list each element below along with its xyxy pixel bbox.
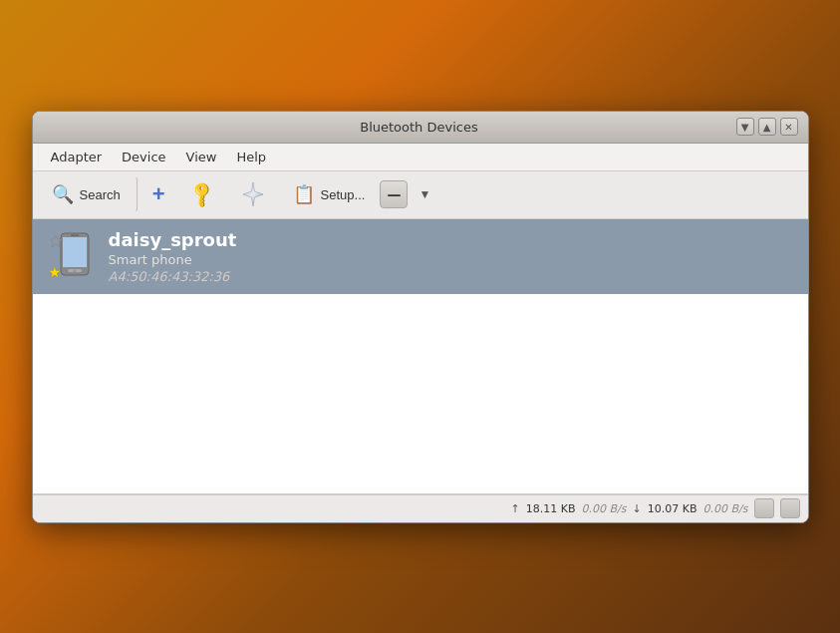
status-icon-btn-1[interactable] <box>754 498 774 518</box>
statusbar: ↑ 18.11 KB 0.00 B/s ↓ 10.07 KB 0.00 B/s <box>33 494 808 522</box>
device-icon-group: ★ <box>49 232 97 280</box>
menu-adapter[interactable]: Adapter <box>41 148 113 166</box>
bluetooth-devices-window: Bluetooth Devices ▼ ▲ ✕ Adapter Device V… <box>32 111 809 523</box>
status-icon-btn-2[interactable] <box>780 498 800 518</box>
remove-button[interactable]: — <box>380 180 408 208</box>
upload-size: 18.11 KB <box>526 502 576 515</box>
add-icon: + <box>152 181 165 207</box>
device-list-empty-area <box>33 294 808 493</box>
setup-label: Setup... <box>321 187 366 202</box>
download-size: 10.07 KB <box>648 502 698 515</box>
minimize-button[interactable]: ▼ <box>736 118 754 136</box>
menu-help[interactable]: Help <box>226 148 276 166</box>
svg-point-5 <box>74 235 76 237</box>
titlebar: Bluetooth Devices ▼ ▲ ✕ <box>33 112 808 144</box>
device-row[interactable]: ★ daisy_sprout Smart phone A4:50:46:43:3… <box>33 219 808 294</box>
minus-icon: — <box>387 186 401 202</box>
key-icon: 🔑 <box>186 178 217 209</box>
trusted-star-icon: ★ <box>49 264 62 280</box>
dropdown-button[interactable]: ▼ <box>412 176 437 212</box>
search-label: Search <box>80 187 121 202</box>
close-button[interactable]: ✕ <box>780 118 798 136</box>
add-button[interactable]: + <box>141 176 176 212</box>
window-controls: ▼ ▲ ✕ <box>736 118 798 136</box>
device-list: ★ daisy_sprout Smart phone A4:50:46:43:3… <box>33 219 808 494</box>
dropdown-arrow-icon: ▼ <box>419 187 430 201</box>
menu-view[interactable]: View <box>176 148 227 166</box>
device-info: daisy_sprout Smart phone A4:50:46:43:32:… <box>109 229 237 284</box>
download-speed: 0.00 B/s <box>703 502 748 515</box>
bluetooth-sparkle-button[interactable] <box>228 176 278 212</box>
maximize-button[interactable]: ▲ <box>758 118 776 136</box>
download-arrow-icon: ↓ <box>633 502 642 515</box>
upload-speed: 0.00 B/s <box>582 502 627 515</box>
device-mac: A4:50:46:43:32:36 <box>109 269 237 284</box>
svg-rect-1 <box>63 237 87 267</box>
connection-icon <box>49 234 63 248</box>
device-type: Smart phone <box>109 252 237 267</box>
search-button[interactable]: 🔍 Search <box>41 176 138 212</box>
upload-arrow-icon: ↑ <box>511 502 520 515</box>
setup-icon: 📋 <box>293 183 315 205</box>
sparkle-icon <box>239 180 267 208</box>
menubar: Adapter Device View Help <box>33 144 808 171</box>
menu-device[interactable]: Device <box>112 148 175 166</box>
window-title: Bluetooth Devices <box>103 120 736 135</box>
search-icon: 🔍 <box>52 183 74 205</box>
device-name: daisy_sprout <box>109 229 237 250</box>
toolbar: 🔍 Search + 🔑 <box>33 171 808 219</box>
pair-button[interactable]: 🔑 <box>180 176 224 212</box>
svg-point-4 <box>73 270 76 273</box>
setup-button[interactable]: 📋 Setup... <box>282 176 377 212</box>
